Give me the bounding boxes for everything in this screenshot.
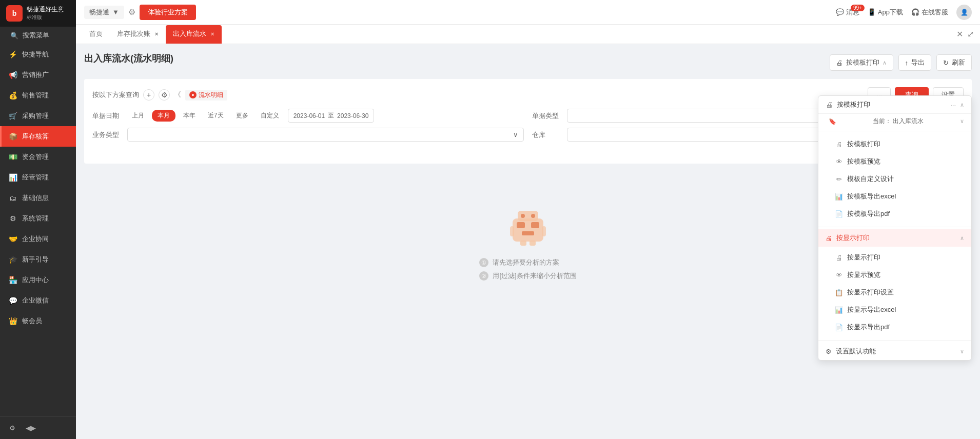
dropdown-template-design[interactable]: ✏ 模板自定义设计 [818, 170, 971, 188]
default-function-arrow: ∨ [960, 348, 964, 355]
dropdown-template-export-excel[interactable]: 📊 按模板导出excel [818, 188, 971, 205]
biz-type-arrow: ∨ [513, 131, 518, 138]
user-area[interactable]: 畅捷通 ▼ [84, 6, 124, 19]
logo-title: 畅捷通好生意 [27, 6, 64, 14]
sidebar-item-sales[interactable]: 💰 销售管理 [0, 85, 76, 106]
sidebar-item-cooperation[interactable]: 🤝 企业协同 [0, 229, 76, 249]
dropdown-template-preview[interactable]: 👁 按模板预览 [818, 153, 971, 170]
refresh-btn[interactable]: ↻ 刷新 [936, 54, 972, 71]
svg-rect-1 [517, 222, 525, 228]
marketing-icon: 📢 [8, 70, 18, 80]
guide-label: 新手引导 [22, 255, 49, 264]
dropdown-template-print[interactable]: 🖨 按模板打印 [818, 135, 971, 153]
date-this-year[interactable]: 本年 [179, 110, 200, 122]
industry-btn[interactable]: 体验行业方案 [140, 5, 196, 20]
tab-batch-account[interactable]: 库存批次账 ✕ [110, 25, 166, 44]
display-settings-icon: 📋 [835, 288, 843, 296]
dropdown-display-print[interactable]: 🖨 按显示打印 [818, 249, 971, 266]
dropdown-template-export-pdf[interactable]: 📄 按模板导出pdf [818, 205, 971, 223]
message-icon: 💬 [836, 8, 844, 16]
divider-3 [818, 340, 971, 341]
online-service-btn[interactable]: 🎧 在线客服 [911, 8, 948, 17]
display-section-header[interactable]: 🖨 按显示打印 ∧ [818, 229, 971, 247]
date-last-7days[interactable]: 近7天 [203, 110, 228, 122]
biz-type-select[interactable]: ∨ [127, 128, 524, 142]
sidebar-item-quick-nav[interactable]: ⚡ 快捷导航 [0, 44, 76, 65]
sidebar-nav: ⚡ 快捷导航 📢 营销推广 💰 销售管理 🛒 采购管理 📦 库存核算 💵 资金管… [0, 44, 76, 416]
online-service-label: 在线客服 [922, 8, 948, 17]
display-preview-icon: 👁 [835, 271, 843, 279]
tab-inout-flow[interactable]: 出入库流水 ✕ [166, 25, 222, 44]
bill-type-label: 单据类型 [532, 111, 563, 121]
sidebar-item-operation[interactable]: 📊 经营管理 [0, 167, 76, 188]
filter-collapse-icon[interactable]: 《 [174, 90, 181, 99]
sidebar-item-vip[interactable]: 👑 畅会员 [0, 311, 76, 331]
date-range-picker[interactable]: 2023-06-01 至 2023-06-30 [288, 109, 375, 123]
display-section-arrow: ∧ [960, 235, 964, 242]
tab-home[interactable]: 首页 [82, 25, 110, 44]
filter-add-btn[interactable]: + [143, 89, 154, 101]
sidebar-item-appstore[interactable]: 🏪 应用中心 [0, 270, 76, 290]
cooperation-label: 企业协同 [22, 234, 49, 244]
tab-batch-close[interactable]: ✕ [154, 31, 159, 37]
sidebar-item-marketing[interactable]: 📢 营销推广 [0, 65, 76, 85]
cooperation-icon: 🤝 [8, 234, 18, 244]
export-btn[interactable]: ↑ 导出 [898, 54, 932, 71]
sidebar-item-inventory[interactable]: 📦 库存核算 [0, 126, 76, 147]
filter-settings-btn[interactable]: ⚙ [159, 89, 170, 101]
svg-point-10 [531, 214, 535, 218]
sidebar-item-system[interactable]: ⚙ 系统管理 [0, 208, 76, 229]
sales-icon: 💰 [8, 90, 18, 101]
message-btn[interactable]: 💬 消息 99+ [836, 8, 859, 17]
dropdown-display-export-excel[interactable]: 📊 按显示导出excel [818, 301, 971, 318]
display-section-label: 按显示打印 [836, 233, 870, 243]
sidebar-item-purchase[interactable]: 🛒 采购管理 [0, 106, 76, 126]
current-template-row: 🔖 当前： 出入库流水 ∨ [818, 114, 971, 129]
operation-icon: 📊 [8, 172, 18, 183]
online-service-icon: 🎧 [911, 8, 919, 16]
app-download-icon: 📱 [868, 8, 876, 16]
dropdown-display-preview[interactable]: 👁 按显示预览 [818, 266, 971, 284]
app-download-btn[interactable]: 📱 App下载 [868, 8, 903, 17]
print-template-btn[interactable]: 🖨 按模板打印 ∧ [830, 54, 893, 71]
user-avatar[interactable]: 👤 [956, 5, 972, 20]
default-function-header[interactable]: ⚙ 设置默认功能 ∨ [818, 343, 971, 360]
date-last-month[interactable]: 上月 [127, 110, 149, 122]
step-num-2: ② [479, 271, 488, 281]
date-from: 2023-06-01 [293, 112, 325, 119]
sidebar-collapse-icon[interactable]: ◀▶ [25, 422, 37, 434]
sidebar-settings-icon[interactable]: ⚙ [6, 422, 18, 434]
tab-maximize-window[interactable]: ⤢ [967, 29, 974, 39]
topbar: 畅捷通 ▼ ⚙ 体验行业方案 💬 消息 99+ 📱 App下载 🎧 在线客服 👤 [76, 0, 980, 25]
sidebar-item-finance[interactable]: 💵 资金管理 [0, 147, 76, 167]
template-pdf-icon: 📄 [835, 210, 843, 218]
user-name-text: 畅捷通 [89, 8, 109, 17]
sidebar-item-guide[interactable]: 🎓 新手引导 [0, 249, 76, 270]
divider-2 [818, 227, 971, 227]
logo-subtitle: 标准版 [27, 14, 64, 21]
date-more[interactable]: 更多 [231, 110, 253, 122]
sidebar-search[interactable]: 🔍 搜索菜单 [0, 27, 76, 44]
topbar-settings-icon[interactable]: ⚙ [128, 7, 135, 17]
date-shortcuts: 上月 本月 本年 近7天 更多 自定义 [127, 110, 284, 122]
sidebar-item-wechat[interactable]: 💬 企业微信 [0, 290, 76, 311]
print-template-label: 按模板打印 [846, 58, 879, 67]
tab-inout-close[interactable]: ✕ [210, 31, 214, 37]
date-this-month[interactable]: 本月 [152, 110, 175, 122]
dropdown-header-arrow[interactable]: ∧ [960, 102, 964, 108]
dropdown-display-export-pdf[interactable]: 📄 按显示导出pdf [818, 318, 971, 336]
date-custom[interactable]: 自定义 [256, 110, 284, 122]
date-separator: 至 [328, 111, 334, 120]
dropdown-display-settings[interactable]: 📋 按显示打印设置 [818, 284, 971, 301]
main: 畅捷通 ▼ ⚙ 体验行业方案 💬 消息 99+ 📱 App下载 🎧 在线客服 👤 [76, 0, 980, 439]
vip-label: 畅会员 [22, 316, 42, 326]
dropdown-more-icon[interactable]: ··· [950, 101, 956, 109]
current-template-arrow[interactable]: ∨ [960, 118, 964, 125]
tab-close-window[interactable]: ✕ [956, 29, 963, 39]
quick-nav-icon: ⚡ [8, 49, 18, 59]
display-section: 🖨 按显示打印 👁 按显示预览 📋 按显示打印设置 📊 按显示导出excel 📄 [818, 247, 971, 338]
current-template-text: 当前： 出入库流水 [873, 117, 924, 126]
template-section: 🖨 按模板打印 👁 按模板预览 ✏ 模板自定义设计 📊 按模板导出excel 📄 [818, 133, 971, 225]
sidebar: b 畅捷通好生意 标准版 🔍 搜索菜单 ⚡ 快捷导航 📢 营销推广 💰 销售管理… [0, 0, 76, 439]
sidebar-item-base[interactable]: 🗂 基础信息 [0, 188, 76, 208]
